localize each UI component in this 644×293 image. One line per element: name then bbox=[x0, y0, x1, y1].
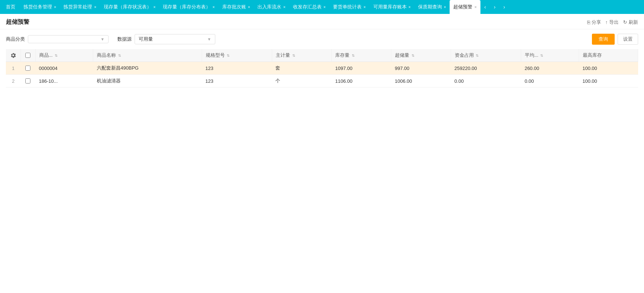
table-row: 1 0000004 六配套新昌490BPG 123 套 1097.00 997.… bbox=[6, 62, 638, 75]
select-all-checkbox[interactable] bbox=[25, 53, 30, 58]
close-icon[interactable]: × bbox=[363, 5, 366, 9]
sort-icon: ⇅ bbox=[118, 53, 121, 58]
close-icon[interactable]: × bbox=[283, 5, 285, 9]
nav-tab-7[interactable]: 要货单统计表 × bbox=[329, 0, 369, 14]
close-icon[interactable]: × bbox=[212, 5, 215, 9]
category-label: 商品分类 bbox=[6, 36, 25, 42]
share-icon: ⎘ bbox=[587, 19, 590, 25]
nav-tab-1[interactable]: 拣货异常处理 × bbox=[60, 0, 100, 14]
chevron-down-icon: ▼ bbox=[207, 37, 211, 41]
col-avg[interactable]: 平均... ⇅ bbox=[521, 49, 579, 62]
datasource-select-value: 可用量 bbox=[139, 36, 205, 42]
nav-tab-10[interactable]: 超储预警 × bbox=[450, 0, 480, 14]
nav-tab-6[interactable]: 收发存汇总表 × bbox=[289, 0, 329, 14]
gear-icon[interactable] bbox=[10, 52, 16, 58]
cell-capital: 259220.00 bbox=[451, 62, 521, 75]
close-icon[interactable]: × bbox=[409, 5, 411, 9]
query-button[interactable]: 查询 bbox=[592, 34, 615, 45]
close-icon[interactable]: × bbox=[94, 5, 96, 9]
col-gear[interactable] bbox=[6, 49, 21, 62]
table-body: 1 0000004 六配套新昌490BPG 123 套 1097.00 997.… bbox=[6, 62, 638, 88]
nav-tab-4[interactable]: 库存批次账 × bbox=[219, 0, 254, 14]
cell-product-name: 机油滤清器 bbox=[93, 75, 202, 88]
cell-max-stock: 100.00 bbox=[579, 62, 638, 75]
data-table: 商品... ⇅ 商品名称 ⇅ 规格型号 ⇅ 主计量 ⇅ bbox=[6, 49, 638, 88]
row-checkbox[interactable] bbox=[25, 66, 30, 71]
share-button[interactable]: ⎘ 分享 bbox=[587, 19, 601, 26]
col-overflow[interactable]: 超储量 ⇅ bbox=[391, 49, 451, 62]
table-container: 商品... ⇅ 商品名称 ⇅ 规格型号 ⇅ 主计量 ⇅ bbox=[0, 49, 644, 88]
cell-max-stock: 100.00 bbox=[579, 75, 638, 88]
sort-icon: ⇅ bbox=[476, 53, 479, 58]
nav-tab-8[interactable]: 可用量库存账本 × bbox=[370, 0, 414, 14]
filter-row: 商品分类 ▼ 数据源 可用量 ▼ 查询 设置 bbox=[0, 29, 644, 49]
nav-home[interactable]: 首页 bbox=[1, 0, 20, 14]
col-product-code[interactable]: 商品... ⇅ bbox=[35, 49, 93, 62]
nav-tab-2[interactable]: 现存量（库存状况表） × bbox=[100, 0, 159, 14]
sort-icon: ⇅ bbox=[227, 53, 230, 58]
action-buttons: 查询 设置 bbox=[592, 34, 638, 45]
refresh-button[interactable]: ↻ 刷新 bbox=[623, 19, 638, 26]
sort-icon: ⇅ bbox=[411, 53, 414, 58]
refresh-icon: ↻ bbox=[623, 19, 627, 25]
sort-icon: ⇅ bbox=[540, 53, 543, 58]
nav-tab-5[interactable]: 出入库流水 × bbox=[254, 0, 289, 14]
nav-expand-arrow[interactable]: › bbox=[500, 0, 509, 14]
cell-unit: 个 bbox=[272, 75, 332, 88]
close-icon[interactable]: × bbox=[248, 5, 250, 9]
cell-stock: 1106.00 bbox=[332, 75, 391, 88]
nav-prev-arrow[interactable]: ‹ bbox=[480, 0, 490, 14]
nav-tab-0[interactable]: 拣货任务管理 × bbox=[20, 0, 60, 14]
close-icon[interactable]: × bbox=[153, 5, 155, 9]
col-stock[interactable]: 库存量 ⇅ bbox=[332, 49, 391, 62]
table-row: 2 186-10... 机油滤清器 123 个 1106.00 1006.00 … bbox=[6, 75, 638, 88]
cell-unit: 套 bbox=[272, 62, 332, 75]
cell-product-code: 0000004 bbox=[35, 62, 93, 75]
cell-seq: 1 bbox=[6, 62, 21, 75]
cell-spec: 123 bbox=[202, 62, 272, 75]
cell-seq: 2 bbox=[6, 75, 21, 88]
cell-product-code: 186-10... bbox=[35, 75, 93, 88]
nav-next-arrow[interactable]: › bbox=[490, 0, 500, 14]
close-icon[interactable]: × bbox=[323, 5, 326, 9]
page-content: 超储预警 ⎘ 分享 ↑ 导出 ↻ 刷新 商品分类 ▼ 数据源 bbox=[0, 14, 644, 293]
cell-capital: 0.00 bbox=[451, 75, 521, 88]
datasource-filter: 数据源 可用量 ▼ bbox=[117, 34, 215, 44]
chevron-down-icon: ▼ bbox=[100, 37, 105, 41]
nav-tab-3[interactable]: 现存量（库存分布表） × bbox=[159, 0, 218, 14]
col-product-name[interactable]: 商品名称 ⇅ bbox=[93, 49, 202, 62]
cell-avg: 260.00 bbox=[521, 62, 579, 75]
col-spec[interactable]: 规格型号 ⇅ bbox=[202, 49, 272, 62]
col-max-stock[interactable]: 最高库存 bbox=[579, 49, 638, 62]
header-actions: ⎘ 分享 ↑ 导出 ↻ 刷新 bbox=[587, 19, 638, 26]
category-filter: 商品分类 ▼ bbox=[6, 35, 109, 43]
export-icon: ↑ bbox=[605, 19, 608, 25]
col-capital[interactable]: 资金占用 ⇅ bbox=[451, 49, 521, 62]
cell-spec: 123 bbox=[202, 75, 272, 88]
table-header-row: 商品... ⇅ 商品名称 ⇅ 规格型号 ⇅ 主计量 ⇅ bbox=[6, 49, 638, 62]
sort-icon: ⇅ bbox=[292, 53, 295, 58]
datasource-label: 数据源 bbox=[117, 36, 132, 42]
cell-checkbox[interactable] bbox=[21, 62, 35, 75]
category-select[interactable]: ▼ bbox=[28, 35, 109, 43]
cell-overflow: 997.00 bbox=[391, 62, 451, 75]
nav-bar: 首页 拣货任务管理 × 拣货异常处理 × 现存量（库存状况表） × 现存量（库存… bbox=[0, 0, 644, 14]
cell-stock: 1097.00 bbox=[332, 62, 391, 75]
settings-button[interactable]: 设置 bbox=[618, 34, 638, 45]
cell-checkbox[interactable] bbox=[21, 75, 35, 88]
datasource-select[interactable]: 可用量 ▼ bbox=[135, 34, 215, 44]
cell-product-name: 六配套新昌490BPG bbox=[93, 62, 202, 75]
col-checkbox[interactable] bbox=[21, 49, 35, 62]
cell-overflow: 1006.00 bbox=[391, 75, 451, 88]
nav-tab-9[interactable]: 保质期查询 × bbox=[414, 0, 450, 14]
sort-icon: ⇅ bbox=[55, 53, 58, 58]
close-icon[interactable]: × bbox=[54, 5, 56, 9]
col-unit[interactable]: 主计量 ⇅ bbox=[272, 49, 332, 62]
sort-icon: ⇅ bbox=[352, 53, 355, 58]
close-icon[interactable]: × bbox=[444, 5, 446, 9]
row-checkbox[interactable] bbox=[25, 78, 30, 84]
export-button[interactable]: ↑ 导出 bbox=[605, 19, 619, 26]
page-header: 超储预警 ⎘ 分享 ↑ 导出 ↻ 刷新 bbox=[0, 14, 644, 29]
close-icon[interactable]: × bbox=[474, 5, 476, 9]
cell-avg: 0.00 bbox=[521, 75, 579, 88]
